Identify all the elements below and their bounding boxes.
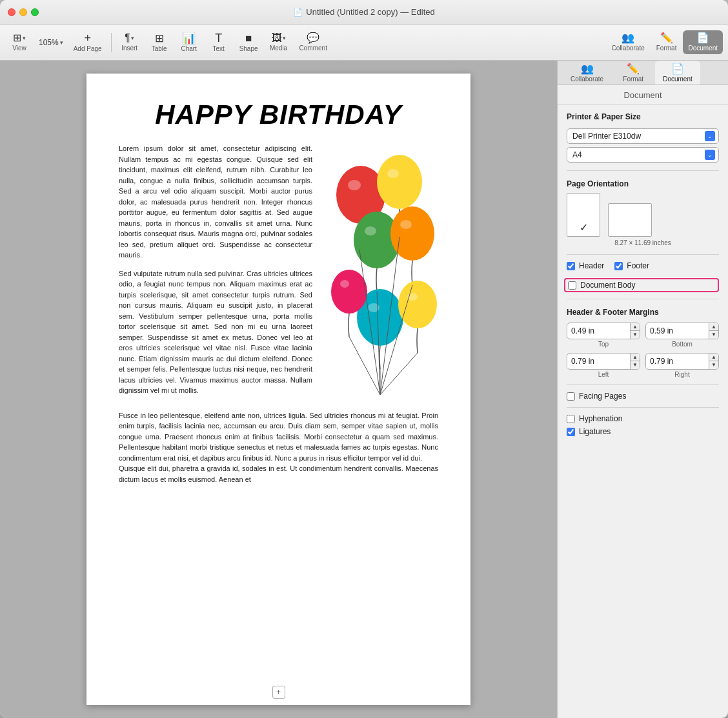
right-panel: 👥 Collaborate ✏️ Format 📄 Document D <box>557 61 728 718</box>
left-margin-label: Left <box>567 371 640 378</box>
document-tab-icon: 📄 <box>671 63 684 75</box>
bottom-margin-stepper: ▲ ▼ <box>709 323 718 339</box>
facing-pages-label: Facing Pages <box>579 392 626 401</box>
right-margin-down[interactable]: ▼ <box>709 361 718 369</box>
ligatures-label: Ligatures <box>579 427 611 436</box>
right-margin-label: Right <box>645 371 719 378</box>
view-button[interactable]: ⊞ ▾ View <box>5 30 34 54</box>
right-margin-stepper: ▲ ▼ <box>709 354 718 369</box>
minimize-button[interactable] <box>19 8 27 16</box>
ligatures-row: Ligatures <box>567 427 719 436</box>
comment-button[interactable]: 💬 Comment <box>294 30 332 54</box>
insert-icon: ¶ <box>125 33 130 43</box>
tab-collaborate[interactable]: 👥 Collaborate <box>563 61 611 85</box>
table-icon: ⊞ <box>155 33 164 44</box>
expand-page-button[interactable]: + <box>272 686 285 699</box>
comment-icon: 💬 <box>307 33 319 43</box>
hyphenation-checkbox[interactable] <box>567 415 575 423</box>
page-orientation-section: Page Orientation ✓ 8.27 × 11.69 inches <box>567 177 719 246</box>
tab-document[interactable]: 📄 Document <box>655 61 700 85</box>
header-footer-margins-section: Header & Footer Margins ▲ ▼ Top <box>567 306 719 378</box>
collaborate-button[interactable]: 👥 Collaborate <box>607 30 650 54</box>
maximize-button[interactable] <box>31 8 39 16</box>
panel-content: Printer & Paper Size Dell Printer E310dw… <box>558 105 728 718</box>
insert-button[interactable]: ¶ ▾ Insert <box>116 30 144 54</box>
printer-paper-title: Printer & Paper Size <box>567 112 719 121</box>
collaborate-icon: 👥 <box>622 33 634 43</box>
margins-grid: ▲ ▼ Top ▲ ▼ <box>567 323 719 378</box>
svg-point-5 <box>365 226 376 235</box>
add-page-button[interactable]: + Add Page <box>68 30 107 55</box>
page-size-label: 8.27 × 11.69 inches <box>567 239 719 246</box>
left-margin-up[interactable]: ▲ <box>631 354 640 361</box>
left-margin-down[interactable]: ▼ <box>631 361 640 369</box>
printer-select[interactable]: Dell Printer E310dw <box>567 128 719 144</box>
paper-select[interactable]: A4 <box>567 147 719 163</box>
chart-button[interactable]: 📊 Chart <box>175 30 203 55</box>
paragraph-4: Quisque elit dui, pharetra a gravida id,… <box>119 463 438 484</box>
panel-title: Document <box>558 85 728 105</box>
left-margin-input[interactable] <box>567 355 630 368</box>
hyphenation-row: Hyphenation <box>567 414 719 423</box>
facing-pages-row: Facing Pages <box>567 392 719 401</box>
right-margin-input[interactable] <box>646 355 709 368</box>
svg-point-12 <box>398 281 437 328</box>
right-margin-field: ▲ ▼ Right <box>645 353 719 378</box>
footer-checkbox[interactable] <box>614 262 623 270</box>
page-content: Lorem ipsum dolor sit amet, consectetur … <box>119 143 438 404</box>
bottom-margin-input-row: ▲ ▼ <box>645 323 719 339</box>
top-margin-input[interactable] <box>567 324 630 337</box>
svg-point-2 <box>377 155 422 209</box>
format-button[interactable]: ✏️ Format <box>651 30 682 54</box>
portrait-preview: ✓ <box>567 193 600 237</box>
svg-point-1 <box>348 180 361 190</box>
top-margin-up[interactable]: ▲ <box>631 323 640 331</box>
svg-line-20 <box>380 353 418 395</box>
paper-select-wrapper: A4 ⌄ <box>567 147 719 163</box>
text-icon: T <box>215 32 222 44</box>
printer-paper-section: Printer & Paper Size Dell Printer E310dw… <box>567 112 719 163</box>
window-title: 📄 Untitled (Untitled 2 copy) — Edited <box>293 7 434 17</box>
svg-point-11 <box>340 280 349 288</box>
bottom-margin-up[interactable]: ▲ <box>709 323 718 331</box>
close-button[interactable] <box>8 8 15 16</box>
printer-select-wrapper: Dell Printer E310dw ⌄ <box>567 128 719 144</box>
paragraph-1: Lorem ipsum dolor sit amet, consectetur … <box>119 143 312 261</box>
left-margin-stepper: ▲ ▼ <box>630 354 640 369</box>
table-button[interactable]: ⊞ Table <box>145 30 174 55</box>
bottom-margin-input[interactable] <box>646 324 709 337</box>
page-title: HAPPY BIRTHDAY <box>119 99 438 130</box>
landscape-option[interactable] <box>608 203 652 237</box>
svg-point-3 <box>387 169 399 178</box>
app-window: 📄 Untitled (Untitled 2 copy) — Edited ⊞ … <box>0 0 728 718</box>
top-margin-stepper: ▲ ▼ <box>630 323 640 339</box>
ligatures-checkbox[interactable] <box>567 428 575 436</box>
header-checkbox-row: Header <box>567 261 604 270</box>
footer-label: Footer <box>627 261 649 270</box>
text-button[interactable]: T Text <box>205 30 233 55</box>
view-icon: ⊞ <box>13 33 21 43</box>
facing-pages-checkbox[interactable] <box>567 392 575 401</box>
divider-5 <box>567 407 719 408</box>
landscape-preview <box>608 203 652 237</box>
margins-title: Header & Footer Margins <box>567 308 659 317</box>
document-body-checkbox[interactable] <box>568 281 576 290</box>
portrait-option[interactable]: ✓ <box>567 193 600 237</box>
divider-1 <box>567 170 719 171</box>
left-margin-input-row: ▲ ▼ <box>567 353 640 370</box>
media-button[interactable]: 🖼 ▾ Media <box>265 30 293 54</box>
media-icon: 🖼 <box>272 33 282 43</box>
bottom-margin-down[interactable]: ▼ <box>709 331 718 339</box>
top-margin-down[interactable]: ▼ <box>631 331 640 339</box>
header-checkbox[interactable] <box>567 262 575 270</box>
shape-button[interactable]: ■ Shape <box>234 30 263 55</box>
document-button[interactable]: 📄 Document <box>683 30 723 54</box>
document-area[interactable]: HAPPY BIRTHDAY Lorem ipsum dolor sit ame… <box>0 61 557 718</box>
document-body-label: Document Body <box>580 281 635 290</box>
zoom-button[interactable]: 105% ▾ <box>35 35 67 50</box>
right-margin-up[interactable]: ▲ <box>709 354 718 361</box>
svg-point-6 <box>390 206 434 261</box>
document-page: HAPPY BIRTHDAY Lorem ipsum dolor sit ame… <box>86 74 470 705</box>
shape-icon: ■ <box>245 33 252 44</box>
tab-format[interactable]: ✏️ Format <box>614 61 652 85</box>
